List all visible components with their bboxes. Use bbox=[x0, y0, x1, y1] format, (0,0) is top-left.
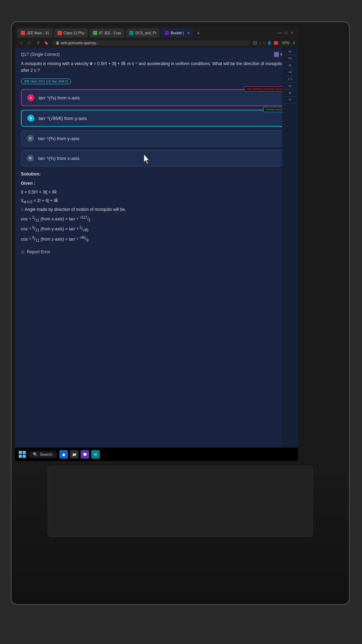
option-text-c: tan⁻¹(³⁄₂) from y-axis bbox=[38, 136, 80, 141]
question-text: A mosquito is moving with a velocity v⃗ … bbox=[21, 61, 292, 74]
sidebar-chip-1: an bbox=[284, 50, 297, 55]
bookmark-icon bbox=[274, 52, 279, 57]
content-area: Q17 (Single Correct) Mark It A mosquito … bbox=[15, 48, 298, 461]
tab-dcs[interactable]: DCS_and_Pr bbox=[126, 28, 160, 38]
bookmark-button[interactable]: 🔖 bbox=[43, 41, 49, 45]
warning-icon: ⚠ bbox=[21, 249, 25, 254]
report-error-button[interactable]: ⚠ Report Error bbox=[21, 249, 292, 254]
tab-icon-red-1 bbox=[21, 31, 25, 35]
right-sidebar: an Ru El ral e S do gr G! bbox=[282, 48, 298, 461]
url-text: web.getmarks.app/cpy... bbox=[61, 41, 99, 45]
tab-label-3: IIT JEE - Cras bbox=[99, 31, 121, 35]
forward-button[interactable]: ▷ bbox=[27, 41, 32, 45]
tab-label-1: JEE Main - 31 bbox=[27, 31, 49, 35]
question-header: Q17 (Single Correct) Mark It bbox=[21, 52, 292, 57]
shield-warning-icon: ⚠ bbox=[274, 41, 278, 45]
music-icon[interactable]: ♪ bbox=[259, 41, 261, 45]
math-line-6: cos⁻¹ 9/11 (from z-axis) = tan⁻¹ √40/9 bbox=[21, 235, 292, 244]
mail-app-icon: ✉ bbox=[94, 453, 97, 456]
extensions-icon[interactable]: ⬛ bbox=[253, 41, 257, 45]
search-label: Search bbox=[40, 452, 52, 456]
question-tag: JEE Main 2021 (16 Mar Shift 2) bbox=[21, 79, 71, 84]
profile-icon[interactable]: 👤 bbox=[267, 41, 272, 45]
taskbar-app-files[interactable]: 📁 bbox=[70, 450, 78, 459]
solution-title: Solution: bbox=[21, 170, 292, 178]
tab-jee-main[interactable]: JEE Main - 31 bbox=[17, 28, 53, 38]
url-input[interactable]: 🔒 web.getmarks.app/cpy... bbox=[52, 40, 250, 46]
keyboard bbox=[48, 466, 313, 537]
taskbar: 🔍 Search ◼ 📁 💬 ✉ bbox=[15, 448, 298, 461]
option-text-b: tan⁻¹(√85⁄6) from y-axis bbox=[39, 116, 87, 121]
window-icon[interactable]: □ bbox=[263, 41, 265, 45]
files-app-icon: 📁 bbox=[72, 453, 76, 456]
math-line-5: cos⁻¹ 6/11 (from y-axis) = tan⁻¹ 2/√85 bbox=[21, 224, 292, 234]
question-label: Q17 (Single Correct) bbox=[21, 52, 60, 57]
tab-label-5: Bucket ( bbox=[171, 31, 184, 35]
report-error-label: Report Error bbox=[27, 249, 50, 254]
option-marker-b: B bbox=[27, 115, 34, 122]
browser-chrome: JEE Main - 31 Class 12 Phy IIT JEE - Cra… bbox=[15, 26, 298, 48]
browser-action-icons: ⬛ ♪ □ 👤 ⚠ VPN ≡ bbox=[253, 40, 295, 45]
solution-section: Solution: Given : v⃗ = 0.5t²î + 3tĵ + 9k… bbox=[21, 170, 292, 244]
window-controls: — □ ✕ bbox=[278, 30, 296, 35]
sidebar-chip-2: Ru bbox=[284, 57, 297, 62]
option-text-d: tan⁻¹(³⁄₂) from x-axis bbox=[38, 156, 80, 161]
secure-icon: 🔒 bbox=[56, 41, 59, 45]
tab-icon-teal bbox=[129, 31, 134, 35]
close-button[interactable]: ✕ bbox=[290, 30, 294, 35]
option-marker-d: D bbox=[27, 155, 34, 162]
option-d[interactable]: D tan⁻¹(³⁄₂) from x-axis bbox=[21, 150, 292, 166]
taskbar-app-mail[interactable]: ✉ bbox=[91, 450, 100, 459]
tab-bucket[interactable]: Bucket ( ✕ bbox=[161, 28, 193, 38]
taskbar-app-chat[interactable]: 💬 bbox=[81, 450, 89, 459]
math-line-4: cos⁻¹ 2/11 (from x-axis) = tan⁻¹ √117/2 bbox=[21, 214, 292, 224]
tab-bar: JEE Main - 31 Class 12 Phy IIT JEE - Cra… bbox=[15, 26, 298, 38]
sidebar-chip-5: e S bbox=[284, 77, 297, 83]
option-a[interactable]: You Marked | Incorrect Answer A tan⁻¹(²⁄… bbox=[21, 89, 292, 106]
address-bar: ◁ ▷ ↺ 🔖 🔒 web.getmarks.app/cpy... ⬛ ♪ □ … bbox=[15, 38, 298, 48]
sidebar-chip-3: El bbox=[284, 64, 297, 69]
sidebar-chip-6: do bbox=[284, 84, 297, 90]
option-marker-a: A bbox=[27, 94, 34, 101]
sidebar-chip-4: ral bbox=[284, 70, 297, 76]
sidebar-chip-7: gr bbox=[284, 91, 297, 96]
tab-icon-purple bbox=[165, 31, 169, 35]
chat-app-icon: 💬 bbox=[83, 453, 87, 456]
tab-icon-red-2 bbox=[58, 31, 62, 35]
tab-label-4: DCS_and_Pr bbox=[135, 31, 156, 35]
tab-iitjee[interactable]: IIT JEE - Cras bbox=[89, 28, 125, 38]
tab-icon-green bbox=[93, 31, 97, 35]
tab-close-icon[interactable]: ✕ bbox=[187, 31, 190, 35]
sidebar-chip-8: G! bbox=[284, 98, 297, 103]
maximize-button[interactable]: □ bbox=[285, 30, 287, 35]
new-tab-button[interactable]: + bbox=[195, 30, 202, 36]
laptop-frame: JEE Main - 31 Class 12 Phy IIT JEE - Cra… bbox=[11, 21, 350, 605]
screen: JEE Main - 31 Class 12 Phy IIT JEE - Cra… bbox=[15, 26, 298, 461]
option-b[interactable]: Correct Answer B tan⁻¹(√85⁄6) from y-axi… bbox=[21, 110, 292, 127]
option-c[interactable]: C tan⁻¹(³⁄₂) from y-axis bbox=[21, 130, 292, 146]
tab-class12[interactable]: Class 12 Phy bbox=[54, 28, 88, 38]
math-line-2: v⃗at t=2 = 2î + 6ĵ + 9k̂ bbox=[21, 197, 292, 205]
taskbar-search[interactable]: 🔍 Search bbox=[28, 451, 57, 458]
math-line-3: ∴ Angle made by direction of motion of m… bbox=[21, 206, 292, 214]
incorrect-badge: You Marked | Incorrect Answer bbox=[244, 86, 288, 92]
search-icon: 🔍 bbox=[33, 452, 38, 457]
given-title: Given : bbox=[21, 180, 292, 188]
menu-icon[interactable]: ≡ bbox=[293, 40, 295, 45]
windows-start-icon[interactable] bbox=[19, 451, 26, 458]
laptop-keyboard-area bbox=[12, 462, 349, 604]
browser-app-icon: ◼ bbox=[62, 453, 65, 456]
minimize-button[interactable]: — bbox=[278, 30, 282, 35]
taskbar-app-browser[interactable]: ◼ bbox=[59, 450, 68, 459]
refresh-button[interactable]: ↺ bbox=[35, 41, 41, 45]
option-marker-c: C bbox=[27, 135, 34, 142]
option-text-a: tan⁻¹(²⁄₃) from x-axis bbox=[39, 95, 80, 100]
main-content: Q17 (Single Correct) Mark It A mosquito … bbox=[15, 48, 298, 439]
math-line-1: v⃗ = 0.5t²î + 3tĵ + 9k̂ bbox=[21, 189, 292, 196]
vpn-badge: VPN bbox=[280, 41, 291, 45]
tab-label-2: Class 12 Phy bbox=[64, 31, 84, 35]
back-button[interactable]: ◁ bbox=[18, 41, 24, 45]
